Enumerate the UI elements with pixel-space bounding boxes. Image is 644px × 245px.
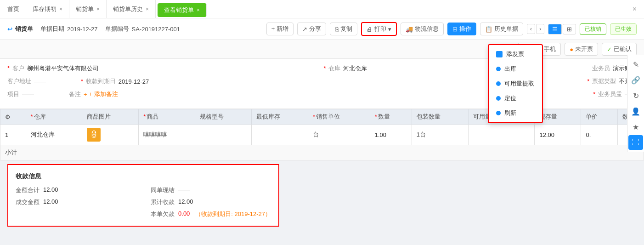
new-button[interactable]: + 新增 <box>266 23 294 35</box>
doc-number-value: SA-20191227-001 <box>132 26 181 33</box>
sidebar-edit-icon[interactable]: ✎ <box>628 57 643 72</box>
window-close-button[interactable]: × <box>629 3 640 15</box>
sidebar-fullscreen-icon[interactable]: ⛶ <box>628 135 643 150</box>
subtotal-row: 小计 <box>0 145 644 160</box>
operate-button[interactable]: ⊞ 操作 <box>447 23 476 35</box>
th-settings: ⚙ <box>0 109 26 125</box>
tab-close-history[interactable]: × <box>146 6 149 12</box>
not-open-button[interactable]: ● 未开票 <box>565 43 598 56</box>
grid-view-button[interactable]: ⊞ <box>563 24 576 34</box>
print-button[interactable]: 🖨 打印 ▾ <box>361 22 397 36</box>
history-icon: 📋 <box>485 26 492 33</box>
th-unit: *销售单位 <box>308 109 370 125</box>
settings-icon: ⚙ <box>5 114 11 120</box>
th-warehouse: *仓库 <box>26 109 82 125</box>
add-note-button[interactable]: + + 添加备注 <box>84 90 118 98</box>
th-pack-qty: 包装数量 <box>412 109 468 125</box>
th-product-img: 商品图片 <box>82 109 139 125</box>
dropdown-locate[interactable]: 定位 <box>489 91 542 106</box>
th-spec: 规格型号 <box>195 109 252 125</box>
share-button[interactable]: ↗ 分享 <box>297 23 326 35</box>
tab-close-sales[interactable]: × <box>96 6 100 12</box>
row-unit: 台 <box>308 125 370 145</box>
row-product-img: 🛢 <box>82 125 139 145</box>
table-container: ⚙ *仓库 商品图片 *商品 规格型号 最低库存 *销售单位 *数量 包装数量 … <box>0 109 644 160</box>
copy-icon: ⎘ <box>335 26 339 33</box>
doc-actions: + 新增 ↗ 分享 ⎘ 复制 🖨 打印 ▾ 🚚 物流信息 ⊞ 操作 <box>266 22 637 36</box>
print-dropdown-icon: ▾ <box>388 26 391 33</box>
dropdown-outbound[interactable]: 出库 <box>489 62 542 76</box>
tab-bar: 首页 库存期初 × 销货单 × 销货单历史 × 查看销货单 × × <box>0 0 644 18</box>
table-row: 1 河北仓库 🛢 嘻嘻嘻嘻 台 1.00 1台 12.00 0. <box>0 125 644 145</box>
payment-date-field: * 收款到期日 2019-12-27 <box>81 77 149 85</box>
tab-sales-order[interactable]: 销货单 × <box>69 0 107 18</box>
warehouse-field: * 仓库 河北仓库 <box>324 64 367 73</box>
tab-close-view[interactable]: × <box>197 7 200 13</box>
doc-type-label: 销货单 <box>15 25 33 33</box>
total-amount-row: 金额合计 12.00 成交金额 12.00 <box>16 186 136 218</box>
project-field: 项目 —— <box>7 90 34 98</box>
right-sidebar: ✎ 🔗 ↻ 👤 ★ ⛶ <box>627 55 644 152</box>
copy-button[interactable]: ⎘ 复制 <box>330 23 357 35</box>
sidebar-user-icon[interactable]: 👤 <box>628 104 643 119</box>
payment-info-title: 收款信息 <box>16 172 271 181</box>
tab-view-sales[interactable]: 查看销货单 × <box>158 3 207 17</box>
dropdown-refresh[interactable]: 刷新 <box>489 106 542 120</box>
ticket-icon: ● <box>570 46 573 53</box>
dropdown-available-qty[interactable]: 可用量提取 <box>489 76 542 91</box>
th-quantity: *数量 <box>370 109 412 125</box>
dropdown-add-invoice[interactable]: 添发票 <box>489 47 542 62</box>
invoice-icon <box>496 51 503 57</box>
check-icon: ✓ <box>607 46 612 53</box>
document-header: ↩ 销货单 单据日期 2019-12-27 单据编号 SA-20191227-0… <box>0 18 644 40</box>
doc-type-icon: ↩ <box>7 26 12 33</box>
doc-date-label: 单据日期 <box>40 25 64 33</box>
row-spec <box>195 125 252 145</box>
row-available <box>468 125 535 145</box>
available-qty-icon <box>496 81 501 86</box>
document-title: ↩ 销货单 <box>7 25 33 33</box>
same-order-col: 同单现结 —— 累计收款 12.00 本单欠款 0.00 （收款到期日: 201… <box>151 186 271 218</box>
doc-number-label: 单据编号 <box>105 25 129 33</box>
row-quantity: 1.00 <box>370 125 412 145</box>
sidebar-refresh-icon[interactable]: ↻ <box>628 88 643 103</box>
print-icon: 🖨 <box>367 26 373 33</box>
outbound-icon <box>496 67 501 71</box>
row-unit-price: 0. <box>581 125 617 145</box>
doc-date-value: 2019-12-27 <box>67 26 98 33</box>
tab-home[interactable]: 首页 <box>4 0 26 18</box>
row-index: 1 <box>0 125 26 145</box>
operate-icon: ⊞ <box>452 26 458 33</box>
sidebar-link-icon[interactable]: 🔗 <box>628 73 643 87</box>
next-button[interactable]: › <box>536 24 544 34</box>
product-image: 🛢 <box>87 128 101 142</box>
payment-info-box: 收款信息 金额合计 12.00 成交金额 12.00 同单现结 —— <box>7 164 279 227</box>
row-min-stock <box>252 125 308 145</box>
doc-date-field: 单据日期 2019-12-27 <box>40 25 98 33</box>
subtotal-label: 小计 <box>0 145 644 160</box>
locate-icon <box>496 96 501 101</box>
tab-inventory-init[interactable]: 库存期初 × <box>26 0 69 18</box>
tab-sales-history[interactable]: 销货单历史 × <box>107 0 156 18</box>
prev-button[interactable]: ‹ <box>527 24 535 34</box>
tab-close-inventory[interactable]: × <box>59 6 62 12</box>
form-area: * 客户 柳州粤港平安气体有限公司 * 仓库 河北仓库 业务员 演示账号 客户地… <box>0 59 644 109</box>
sidebar-star-icon[interactable]: ★ <box>628 120 643 134</box>
bottom-section: 收款信息 金额合计 12.00 成交金额 12.00 同单现结 —— <box>0 160 644 238</box>
row-stock: 12.00 <box>535 125 581 145</box>
effective-badge: 已生效 <box>610 23 637 35</box>
note-field: 备注 + + 添加备注 <box>69 90 118 98</box>
sub-toolbar: 📱 来自手机 ● 未开票 ✓ 已确认 <box>0 40 644 59</box>
th-unit-price: 单价 <box>581 109 617 125</box>
th-product: *商品 <box>139 109 195 125</box>
list-view-button[interactable]: ☰ <box>548 24 562 34</box>
view-toggle: ☰ ⊞ <box>548 24 576 34</box>
refresh-icon <box>496 111 501 115</box>
truck-icon: 🚚 <box>406 26 413 33</box>
history-button[interactable]: 📋 历史单据 <box>480 23 523 35</box>
row-pack-qty: 1台 <box>412 125 468 145</box>
logistics-button[interactable]: 🚚 物流信息 <box>401 23 444 35</box>
cancelled-badge: 已核销 <box>580 23 606 35</box>
row-product: 嘻嘻嘻嘻 <box>139 125 195 145</box>
confirm-button[interactable]: ✓ 已确认 <box>602 43 637 56</box>
